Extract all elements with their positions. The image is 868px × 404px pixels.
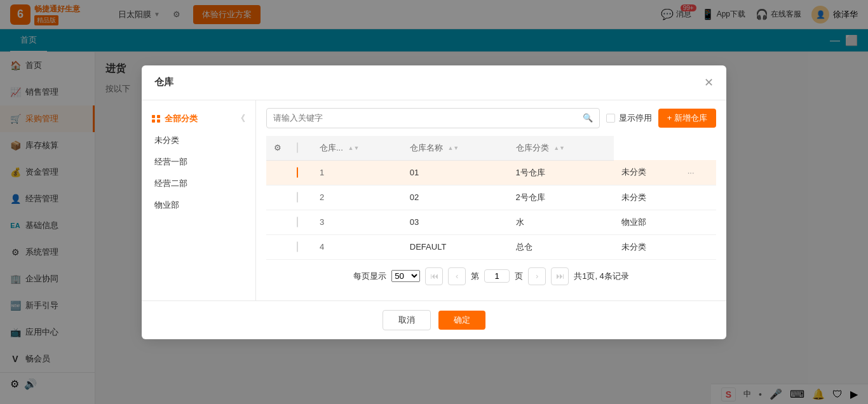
table-row[interactable]: 1 01 1号仓库 未分类 ··· xyxy=(266,160,716,185)
per-page-label: 每页显示 xyxy=(353,271,386,282)
modal-body: 全部分类 《 未分类 经营一部 经营二部 物业部 🔍 xyxy=(142,100,726,300)
grid-icon xyxy=(152,115,161,123)
td-settings-2 xyxy=(266,185,289,210)
page-number-input[interactable] xyxy=(484,269,510,283)
search-input[interactable] xyxy=(273,113,579,123)
td-code-3: 03 xyxy=(402,210,508,234)
warehouse-modal: 仓库 ✕ 全部分类 《 xyxy=(142,65,726,339)
table-row[interactable]: 4 DEFAULT 总仓 未分类 xyxy=(266,234,716,259)
modal-header: 仓库 ✕ xyxy=(142,65,726,100)
modal-title: 仓库 xyxy=(154,76,173,88)
category-panel: 全部分类 《 未分类 经营一部 经营二部 物业部 xyxy=(142,100,256,300)
page-first-btn[interactable]: ⏮ xyxy=(425,267,443,285)
page-prev-btn[interactable]: ‹ xyxy=(448,267,466,285)
category-header: 全部分类 《 xyxy=(142,108,255,130)
category-item-ops1[interactable]: 经营一部 xyxy=(142,151,255,173)
total-records: 共1页, 4条记录 xyxy=(574,271,629,282)
td-num-2: 2 xyxy=(312,185,402,210)
sort-name-icon: ▲▼ xyxy=(447,145,459,151)
td-settings-4 xyxy=(266,234,289,259)
warehouse-table: ⚙ 仓库... ▲▼ 仓库名称 xyxy=(266,136,716,260)
table-panel: 🔍 显示停用 + 新增仓库 ⚙ xyxy=(256,100,726,300)
table-header-row: ⚙ 仓库... ▲▼ 仓库名称 xyxy=(266,136,716,161)
th-category-label: 仓库分类 xyxy=(516,143,549,152)
td-name-2: 2号仓库 xyxy=(508,185,614,210)
td-code-2: 02 xyxy=(402,185,508,210)
row-more-icon-1[interactable]: ··· xyxy=(688,168,695,177)
th-settings: ⚙ xyxy=(266,136,289,161)
td-num-1: 1 xyxy=(312,160,402,185)
sort-code-icon: ▲▼ xyxy=(348,145,359,151)
th-name-label: 仓库名称 xyxy=(410,143,443,152)
td-name-4: 总仓 xyxy=(508,234,614,259)
all-category-button[interactable]: 全部分类 xyxy=(152,113,198,125)
td-more-3[interactable] xyxy=(680,210,716,234)
page-label: 第 xyxy=(471,271,479,282)
td-settings-1 xyxy=(266,160,289,185)
td-name-1: 1号仓库 xyxy=(508,160,614,185)
row-checkbox-1[interactable] xyxy=(297,167,298,178)
category-item-unclassified[interactable]: 未分类 xyxy=(142,130,255,151)
table-row[interactable]: 3 03 水 物业部 xyxy=(266,210,716,234)
td-category-3: 物业部 xyxy=(614,210,680,234)
th-checkbox xyxy=(289,136,312,161)
per-page-select[interactable]: 50 20 100 xyxy=(391,270,420,282)
table-container: ⚙ 仓库... ▲▼ 仓库名称 xyxy=(266,136,716,260)
td-checkbox-1[interactable] xyxy=(289,160,312,185)
confirm-button[interactable]: 确定 xyxy=(438,311,485,330)
td-code-4: DEFAULT xyxy=(402,234,508,259)
page-suffix: 页 xyxy=(515,271,523,282)
td-more-4[interactable] xyxy=(680,234,716,259)
settings-header-icon: ⚙ xyxy=(274,143,281,152)
category-item-ops2[interactable]: 经营二部 xyxy=(142,173,255,194)
pagination: 每页显示 50 20 100 ⏮ ‹ 第 页 › ⏭ 共1页, 4条记录 xyxy=(266,260,716,293)
td-code-1: 01 xyxy=(402,160,508,185)
show-disabled-text: 显示停用 xyxy=(619,112,652,124)
row-checkbox-3[interactable] xyxy=(297,217,298,227)
td-category-2: 未分类 xyxy=(614,185,680,210)
modal-close-button[interactable]: ✕ xyxy=(704,76,714,90)
th-category[interactable]: 仓库分类 ▲▼ xyxy=(508,136,614,161)
row-checkbox-2[interactable] xyxy=(297,192,298,203)
category-item-property[interactable]: 物业部 xyxy=(142,194,255,216)
td-num-3: 3 xyxy=(312,210,402,234)
table-toolbar: 🔍 显示停用 + 新增仓库 xyxy=(266,108,716,128)
th-name[interactable]: 仓库名称 ▲▼ xyxy=(402,136,508,161)
show-disabled-label[interactable]: 显示停用 xyxy=(606,112,652,124)
page-next-btn[interactable]: › xyxy=(528,267,546,285)
th-code-label: 仓库... xyxy=(320,143,343,152)
page-last-btn[interactable]: ⏭ xyxy=(551,267,569,285)
table-body: 1 01 1号仓库 未分类 ··· 2 02 2 xyxy=(266,160,716,259)
td-checkbox-2[interactable] xyxy=(289,185,312,210)
th-code[interactable]: 仓库... ▲▼ xyxy=(312,136,402,161)
td-category-4: 未分类 xyxy=(614,234,680,259)
td-settings-3 xyxy=(266,210,289,234)
sort-category-icon: ▲▼ xyxy=(553,145,565,151)
modal-footer: 取消 确定 xyxy=(142,300,726,339)
td-num-4: 4 xyxy=(312,234,402,259)
table-head: ⚙ 仓库... ▲▼ 仓库名称 xyxy=(266,136,716,161)
modal-overlay: 仓库 ✕ 全部分类 《 xyxy=(0,0,868,404)
search-icon[interactable]: 🔍 xyxy=(583,113,593,123)
search-box: 🔍 xyxy=(266,108,600,128)
cancel-button[interactable]: 取消 xyxy=(383,310,431,330)
table-row[interactable]: 2 02 2号仓库 未分类 xyxy=(266,185,716,210)
show-disabled-checkbox[interactable] xyxy=(606,114,615,123)
select-all-checkbox[interactable] xyxy=(297,142,298,153)
td-name-3: 水 xyxy=(508,210,614,234)
row-checkbox-4[interactable] xyxy=(297,241,298,252)
td-checkbox-4[interactable] xyxy=(289,234,312,259)
collapse-icon[interactable]: 《 xyxy=(236,113,245,125)
td-checkbox-3[interactable] xyxy=(289,210,312,234)
td-category-1: 未分类 xyxy=(614,160,680,185)
td-more-1[interactable]: ··· xyxy=(680,160,716,185)
all-category-label: 全部分类 xyxy=(165,113,198,125)
add-warehouse-button[interactable]: + 新增仓库 xyxy=(658,109,716,128)
td-more-2[interactable] xyxy=(680,185,716,210)
